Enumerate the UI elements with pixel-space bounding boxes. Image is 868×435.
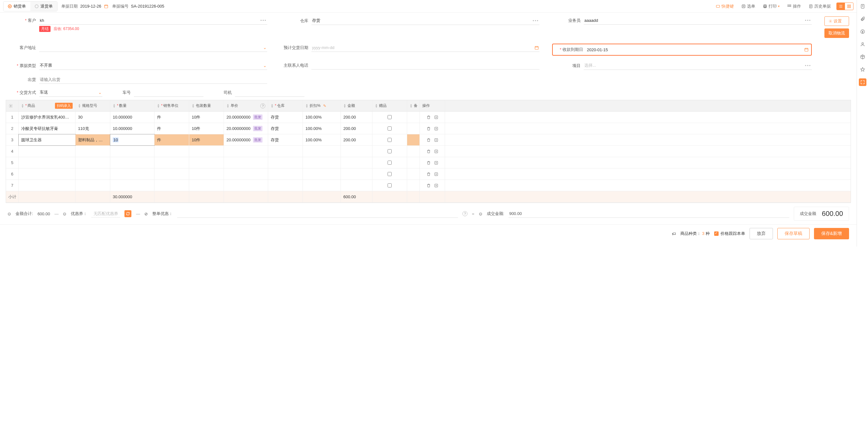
qty-cell[interactable]: 10.000000 bbox=[110, 112, 154, 123]
attachment-icon[interactable] bbox=[859, 15, 866, 23]
project-field[interactable]: 选择...••• bbox=[584, 61, 812, 70]
discount-cell[interactable]: 100.00% bbox=[303, 112, 341, 123]
more-icon[interactable]: ••• bbox=[260, 18, 267, 23]
add-row-icon[interactable] bbox=[434, 138, 438, 142]
more-icon[interactable]: ••• bbox=[532, 18, 539, 23]
edit-icon[interactable]: ✎ bbox=[323, 104, 326, 108]
note-icon[interactable] bbox=[859, 3, 866, 10]
product-cell[interactable]: 圆球卫生器 bbox=[19, 134, 75, 145]
unit-cell[interactable]: 件 bbox=[154, 134, 189, 145]
tab-return-order[interactable]: 退货单 bbox=[30, 2, 57, 11]
operate-link[interactable]: 操作 bbox=[785, 2, 803, 10]
unit-cell[interactable]: 件 bbox=[154, 112, 189, 123]
expect-date-field[interactable]: yyyy-mm-dd bbox=[311, 44, 539, 52]
delete-row-icon[interactable] bbox=[427, 183, 431, 188]
warehouse-field[interactable]: 存货••• bbox=[311, 17, 539, 25]
delete-row-icon[interactable] bbox=[427, 149, 431, 154]
shortcut-link[interactable]: 快捷键 bbox=[714, 2, 736, 10]
gift-cell[interactable] bbox=[372, 157, 407, 168]
add-row-icon[interactable] bbox=[434, 115, 438, 119]
view-grid-icon[interactable] bbox=[845, 3, 853, 10]
refresh-icon[interactable] bbox=[124, 210, 131, 217]
customer-field[interactable]: kh••• bbox=[39, 17, 267, 25]
chevron-down-icon[interactable]: ⌄ bbox=[98, 90, 102, 95]
price-cell[interactable]: 20.00000000批发 bbox=[224, 134, 268, 145]
qty-cell[interactable]: 10 bbox=[110, 134, 154, 145]
price-cell[interactable]: 20.00000000批发 bbox=[224, 123, 268, 134]
delete-row-icon[interactable] bbox=[427, 138, 431, 142]
calendar-icon[interactable] bbox=[804, 48, 809, 52]
add-row-icon[interactable] bbox=[434, 183, 438, 188]
cancel-logistics-button[interactable]: 取消物流 bbox=[825, 28, 849, 38]
vehicle-field[interactable] bbox=[134, 88, 204, 97]
chevron-down-icon[interactable]: ⌄ bbox=[263, 45, 267, 50]
extra-cell[interactable] bbox=[407, 134, 420, 145]
pick-order-link[interactable]: 选单 bbox=[739, 2, 757, 10]
gift-cell[interactable] bbox=[372, 134, 407, 145]
box-icon[interactable] bbox=[859, 53, 866, 61]
delete-row-icon[interactable] bbox=[427, 115, 431, 119]
extra-cell[interactable] bbox=[407, 112, 420, 123]
driver-field[interactable] bbox=[235, 88, 305, 97]
extra-cell[interactable] bbox=[407, 123, 420, 134]
price-cell[interactable]: 20.00000000批发 bbox=[224, 112, 268, 123]
gift-cell[interactable] bbox=[372, 123, 407, 134]
history-link[interactable]: 历史单据 bbox=[807, 2, 833, 10]
pack-cell[interactable]: 10件 bbox=[189, 134, 224, 145]
doc-date-value[interactable]: 2019-12-26 bbox=[80, 4, 101, 8]
pack-cell[interactable]: 10件 bbox=[189, 112, 224, 123]
expand-icon[interactable] bbox=[859, 78, 866, 86]
help-icon[interactable]: ? bbox=[260, 104, 265, 109]
save-new-button[interactable]: 保存&新增 bbox=[814, 228, 849, 239]
more-icon[interactable]: ••• bbox=[805, 18, 811, 23]
gift-cell[interactable] bbox=[372, 169, 407, 179]
star-icon[interactable] bbox=[859, 66, 866, 74]
coupon-field[interactable]: 无匹配优惠券 bbox=[92, 210, 120, 218]
order-discount-field[interactable] bbox=[177, 210, 458, 218]
calendar-icon[interactable] bbox=[104, 4, 108, 8]
delete-row-icon[interactable] bbox=[427, 161, 431, 165]
calendar-icon[interactable] bbox=[534, 46, 539, 50]
delivery-method-field[interactable]: 车送⌄ bbox=[39, 88, 102, 97]
help-icon[interactable]: ? bbox=[462, 211, 467, 216]
gear-icon[interactable] bbox=[8, 104, 13, 108]
qty-cell[interactable]: 10.000000 bbox=[110, 123, 154, 134]
settings-button[interactable]: 设置 bbox=[825, 17, 849, 26]
view-list-icon[interactable] bbox=[837, 3, 845, 10]
delete-row-icon[interactable] bbox=[427, 172, 431, 176]
chevron-down-icon[interactable]: ⌄ bbox=[263, 63, 267, 68]
salesman-field[interactable]: aaaadd••• bbox=[584, 17, 812, 25]
amount-cell[interactable]: 200.00 bbox=[341, 112, 372, 123]
spec-cell[interactable]: 30 bbox=[75, 112, 110, 123]
invoice-field[interactable]: 不开票⌄ bbox=[39, 61, 267, 70]
payment-due-field[interactable]: 2020-01-15 bbox=[586, 46, 809, 54]
save-draft-button[interactable]: 保存草稿 bbox=[777, 228, 810, 239]
add-row-icon[interactable] bbox=[434, 161, 438, 165]
currency-icon[interactable] bbox=[859, 28, 866, 35]
warehouse-cell[interactable]: 存货 bbox=[268, 123, 303, 134]
deal-amount-field[interactable]: 900.00 bbox=[508, 210, 789, 218]
amount-cell[interactable]: 200.00 bbox=[341, 134, 372, 145]
tab-sales-order[interactable]: 销货单 bbox=[3, 2, 30, 11]
addr-field[interactable]: ⌄ bbox=[39, 44, 267, 52]
contact-field[interactable] bbox=[311, 61, 539, 69]
print-link[interactable]: 打印▾ bbox=[761, 2, 781, 10]
gift-cell[interactable] bbox=[372, 112, 407, 123]
more-icon[interactable]: ••• bbox=[805, 63, 811, 68]
delete-row-icon[interactable] bbox=[427, 126, 431, 131]
product-cell[interactable]: 冷酸灵专研抗敏牙膏 bbox=[19, 123, 75, 134]
product-cell[interactable]: 沙宣修护水养润发乳400… bbox=[19, 112, 75, 123]
add-row-icon[interactable] bbox=[434, 126, 438, 131]
pack-cell[interactable]: 10件 bbox=[189, 123, 224, 134]
unit-cell[interactable]: 件 bbox=[154, 123, 189, 134]
price-track-checkbox[interactable]: 价格跟踪本单 bbox=[714, 231, 745, 236]
scan-entry-button[interactable]: 扫码录入 bbox=[55, 103, 73, 109]
warehouse-cell[interactable]: 存货 bbox=[268, 134, 303, 145]
discard-button[interactable]: 放弃 bbox=[749, 228, 773, 239]
spec-cell[interactable]: 塑料制品，… bbox=[75, 134, 110, 145]
discount-cell[interactable]: 100.00% bbox=[303, 134, 341, 145]
gift-cell[interactable] bbox=[372, 146, 407, 157]
spec-cell[interactable]: 110克 bbox=[75, 123, 110, 134]
warehouse-cell[interactable]: 存货 bbox=[268, 112, 303, 123]
add-row-icon[interactable] bbox=[434, 149, 438, 154]
